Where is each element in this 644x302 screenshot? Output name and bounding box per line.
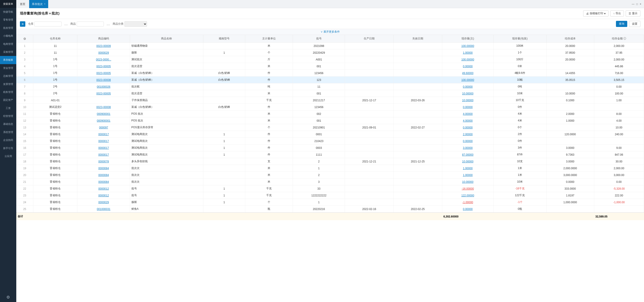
- sidebar-item-salary[interactable]: 工资: [0, 104, 16, 112]
- sidebar-item-inventory[interactable]: 库存核算: [0, 56, 16, 64]
- row-qty-main[interactable]: 1.00000: [442, 49, 493, 56]
- sidebar-item-management[interactable]: 经营管理: [0, 112, 16, 120]
- row-exp-date: [394, 179, 442, 185]
- row-code[interactable]: 0000084: [77, 165, 130, 172]
- row-qty-main[interactable]: 0.00000: [442, 124, 493, 131]
- category-select[interactable]: [124, 21, 147, 27]
- row-code[interactable]: 0000012: [77, 185, 130, 192]
- row-code[interactable]: 0000017: [77, 144, 130, 151]
- row-qty-main[interactable]: 10.00000: [442, 90, 493, 97]
- row-code[interactable]: 000097: [77, 124, 130, 131]
- product-input[interactable]: [77, 22, 104, 27]
- row-code[interactable]: 0023-00009: [77, 43, 130, 49]
- sidebar-item-quicknav[interactable]: 快捷导航: [0, 8, 16, 16]
- row-cost: 14.4355: [546, 70, 594, 77]
- row-code[interactable]: 0023-0000...: [77, 56, 130, 63]
- row-code[interactable]: 0000084: [77, 172, 130, 179]
- row-qty-main[interactable]: 100.00000: [442, 77, 493, 83]
- sidebar-item-purchase[interactable]: 采购管理: [0, 48, 16, 56]
- row-code[interactable]: 0023-00008: [77, 104, 130, 111]
- row-qty-main[interactable]: 0.00000: [442, 104, 493, 111]
- row-qty-main[interactable]: 1.00000: [442, 165, 493, 172]
- row-unit: 个: [245, 49, 293, 56]
- expand-conditions-btn[interactable]: ∨ 展开更多条件: [320, 30, 340, 33]
- row-code[interactable]: 0000084: [77, 179, 130, 185]
- minimize-btn[interactable]: —: [632, 3, 634, 6]
- sidebar-settings-btn[interactable]: ⚙: [0, 292, 16, 302]
- sidebar-item-wholesale[interactable]: 批发管理: [0, 24, 16, 32]
- settings-btn[interactable]: 设置: [629, 21, 640, 27]
- row-code[interactable]: 0000012: [77, 192, 130, 199]
- export-btn[interactable]: ↑ 导出: [610, 11, 624, 17]
- row-qty-main[interactable]: 4.00000: [442, 111, 493, 117]
- row-qty-main[interactable]: 3.00000: [442, 144, 493, 151]
- filter-dots-2[interactable]: ...: [106, 22, 110, 26]
- sidebar-item-ledger[interactable]: 总账管理: [0, 72, 16, 80]
- row-qty-main[interactable]: 10.00000: [442, 158, 493, 165]
- row-qty-main[interactable]: 0.00000: [442, 206, 493, 213]
- row-qty-main[interactable]: 0.00000: [442, 83, 493, 90]
- warehouse-input[interactable]: [34, 22, 62, 27]
- row-qty-main[interactable]: 10.00000: [442, 97, 493, 104]
- sidebar-item-sysmanage[interactable]: 系统管理: [0, 128, 16, 136]
- row-code[interactable]: 001000031: [77, 206, 130, 213]
- row-qty-main[interactable]: -16.00000: [442, 185, 493, 192]
- row-qty-main[interactable]: 100.00000: [442, 56, 493, 63]
- row-prod-date: 2021-12-21: [345, 158, 394, 165]
- row-qty-main[interactable]: 2.00000: [442, 131, 493, 138]
- row-code[interactable]: [77, 97, 130, 104]
- row-exp-date: [394, 90, 442, 97]
- search-btn[interactable]: 查询: [616, 21, 627, 27]
- row-qty-pkg: 4米: [493, 111, 546, 117]
- sidebar-item-smallec[interactable]: 小额电商: [0, 32, 16, 40]
- col-gear[interactable]: ⚙: [16, 35, 33, 43]
- tab-active[interactable]: 库存批次 ×: [29, 0, 48, 8]
- filter-expand-btn[interactable]: >: [20, 21, 25, 27]
- row-code[interactable]: 0000017: [77, 131, 130, 138]
- print-dropdown-icon[interactable]: ▾: [604, 12, 606, 15]
- row-qty-main[interactable]: 100.00000: [442, 43, 493, 49]
- row-qty-main[interactable]: -1.00000: [442, 199, 493, 206]
- row-code[interactable]: 000900001: [77, 111, 130, 117]
- sidebar-item-fixedasset[interactable]: 固定资产: [0, 96, 16, 104]
- row-code[interactable]: 0023-00005: [77, 63, 130, 70]
- row-code[interactable]: 0000017: [77, 138, 130, 144]
- sidebar-item-retail[interactable]: 零售管理: [0, 16, 16, 24]
- row-code[interactable]: 0000029: [77, 49, 130, 56]
- tab-home[interactable]: 首页: [16, 0, 29, 8]
- row-qty-main[interactable]: 87.00000: [442, 151, 493, 158]
- row-qty-main[interactable]: 0.00000: [442, 138, 493, 144]
- row-qty-main[interactable]: 0.00000: [442, 63, 493, 70]
- print-btn[interactable]: 🖨 按模板打印 ▾: [583, 11, 608, 17]
- sidebar-logo[interactable]: 搜索菜单: [0, 0, 16, 8]
- row-qty-main[interactable]: 10.00000: [442, 179, 493, 185]
- row-name: 多头异色软线: [130, 158, 203, 165]
- sidebar-item-finance[interactable]: 资金管理: [0, 64, 16, 72]
- filter-dots-1[interactable]: ...: [64, 22, 68, 26]
- tab-close-btn[interactable]: ×: [44, 0, 46, 8]
- row-code[interactable]: 0023-00008: [77, 77, 130, 83]
- sidebar-item-invoice[interactable]: 发票管理: [0, 80, 16, 88]
- sidebar-item-guide[interactable]: 新手引导: [0, 144, 16, 152]
- row-qty-main[interactable]: 4.00000: [442, 117, 493, 124]
- row-code[interactable]: 0000029: [77, 199, 130, 206]
- maximize-btn[interactable]: □: [636, 3, 638, 6]
- row-code[interactable]: 0000017: [77, 151, 130, 158]
- row-code[interactable]: 0023-00005: [77, 90, 130, 97]
- close-btn[interactable]: ×: [640, 3, 641, 6]
- row-code[interactable]: 001000026: [77, 83, 130, 90]
- sidebar-item-basicinfo[interactable]: 基础信息: [0, 120, 16, 128]
- row-code[interactable]: 0023-00005: [77, 70, 130, 77]
- sidebar-item-ecommerce[interactable]: 电商管理: [0, 40, 16, 48]
- row-code[interactable]: 0000078: [77, 158, 130, 165]
- display-btn[interactable]: ☰ 显示: [626, 11, 640, 17]
- row-qty-main[interactable]: 49.60000: [442, 70, 493, 77]
- sidebar-item-collab[interactable]: 企业协同: [0, 136, 16, 144]
- row-code[interactable]: 000900001: [77, 117, 130, 124]
- row-qty-main[interactable]: 122.00000: [442, 192, 493, 199]
- sidebar-item-tax[interactable]: 税务管理: [0, 88, 16, 96]
- row-name: 批次适货: [130, 90, 203, 97]
- row-qty-main[interactable]: 1.00000: [442, 172, 493, 179]
- row-spec: 白色/奶棒: [203, 70, 245, 77]
- sidebar-item-cloudapp[interactable]: 云应用: [0, 152, 16, 160]
